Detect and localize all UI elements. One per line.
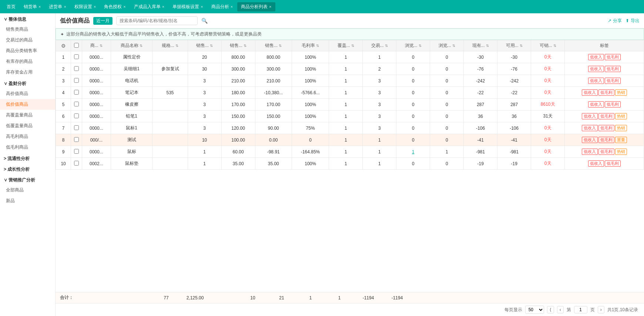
row-browse1[interactable]: 0 [396, 134, 430, 146]
sidebar-group-circulation[interactable]: > 流通性分析 [0, 153, 55, 163]
row-checkbox[interactable] [74, 90, 79, 95]
sidebar-item-new-products[interactable]: 新品 [0, 196, 55, 206]
browse-link[interactable]: 1 [412, 149, 415, 154]
row-checkbox[interactable] [74, 78, 79, 83]
row-checkbox[interactable] [74, 149, 79, 154]
nav-product-stock[interactable]: 产成品入库单 × [130, 2, 168, 11]
nav-purchase-order[interactable]: 进货单 × [45, 2, 70, 11]
period-tag[interactable]: 近一月 [93, 17, 113, 25]
row-browse1[interactable]: 0 [396, 63, 430, 75]
row-checkbox-cell[interactable] [71, 111, 82, 122]
th-sellable[interactable]: 可销... ⇅ [531, 40, 565, 51]
nav-sales-order[interactable]: 销货单 × [20, 2, 44, 11]
row-checkbox-cell[interactable] [71, 122, 82, 134]
sidebar-group-marketing[interactable]: ∨ 营销推广分析 [0, 174, 55, 185]
share-button[interactable]: ↗ 分享 [608, 18, 622, 24]
row-browse1[interactable]: 1 [396, 146, 430, 158]
close-purchase-order[interactable]: × [64, 4, 66, 9]
close-template[interactable]: × [201, 4, 203, 9]
page-input[interactable] [574, 306, 587, 313]
nav-home[interactable]: 首页 [3, 2, 19, 11]
row-checkbox[interactable] [74, 161, 79, 166]
row-checkbox-cell[interactable] [71, 63, 82, 75]
th-col2[interactable]: 销售... ⇅ [221, 40, 255, 51]
export-button[interactable]: ⬆ 导出 [625, 18, 640, 24]
row-browse1[interactable]: 0 [396, 111, 430, 122]
row-browse1[interactable]: 0 [396, 99, 430, 111]
th-col3[interactable]: 销售... ⇅ [255, 40, 292, 51]
row-browse1[interactable]: 0 [396, 75, 430, 87]
th-spec[interactable]: 规格... ⇅ [152, 40, 188, 51]
row-checkbox-cell[interactable] [71, 87, 82, 99]
th-margin[interactable]: 毛利率 ⇅ [292, 40, 329, 51]
th-settings[interactable]: ⚙ [56, 40, 71, 51]
row-checkbox[interactable] [74, 54, 79, 59]
th-col1[interactable]: 销售... ⇅ [188, 40, 221, 51]
sidebar-item-low-margin[interactable]: 低毛利商品 [0, 142, 55, 153]
th-code[interactable]: 商... ⇅ [82, 40, 111, 51]
first-page-button[interactable]: ⟨ [547, 306, 554, 313]
sidebar-item-inventory-funds[interactable]: 库存资金占用 [0, 67, 55, 78]
sidebar-item-category-sales[interactable]: 商品分类销售率 [0, 45, 55, 56]
sidebar-item-high-value[interactable]: 高价值商品 [0, 88, 55, 99]
nav-role-auth[interactable]: 角色授权 × [100, 2, 129, 11]
sidebar-group-financial[interactable]: ∨ 盈财分析 [0, 78, 55, 88]
th-name[interactable]: 商品名称 ⇅ [111, 40, 152, 51]
sidebar-group-overview[interactable]: ∨ 整体信息 [0, 13, 55, 24]
close-product-analysis[interactable]: × [231, 4, 233, 9]
table-wrapper[interactable]: ⚙ 商... ⇅ 商品名称 ⇅ 规格... ⇅ 销售... ⇅ 销售... ⇅ … [56, 40, 644, 292]
next-page-button[interactable]: › [598, 306, 604, 313]
search-icon[interactable]: 🔍 [201, 18, 208, 24]
row-checkbox-cell[interactable] [71, 158, 82, 170]
close-sales-order[interactable]: × [38, 4, 41, 9]
sidebar-item-high-coverage[interactable]: 高覆盖量商品 [0, 110, 55, 120]
row-browse1[interactable]: 0 [396, 51, 430, 63]
sidebar-item-traded-products[interactable]: 交易过的商品 [0, 35, 55, 45]
row-browse1[interactable]: 0 [396, 158, 430, 170]
close-product-analysis-list[interactable]: × [269, 4, 271, 9]
th-browse2[interactable]: 浏览... ⇅ [430, 40, 464, 51]
sidebar-group-growth[interactable]: > 成长性分析 [0, 163, 55, 174]
settings-icon[interactable]: ⚙ [61, 43, 66, 49]
th-available[interactable]: 可用... ⇅ [497, 40, 531, 51]
search-input[interactable] [116, 16, 198, 25]
row-checkbox-cell[interactable] [71, 146, 82, 158]
content-header: 低价值商品 近一月 🔍 ↗ 分享 ⬆ 导出 [56, 13, 644, 28]
sidebar-item-stocked-products[interactable]: 有库存的商品 [0, 56, 55, 67]
sidebar-item-high-margin[interactable]: 高毛利商品 [0, 131, 55, 142]
close-permission[interactable]: × [94, 4, 96, 9]
nav-permission[interactable]: 权限设置 × [71, 2, 100, 11]
row-checkbox[interactable] [74, 125, 79, 130]
sidebar-item-sales-products[interactable]: 销售类商品 [0, 24, 55, 35]
sidebar-item-low-coverage[interactable]: 低覆盖量商品 [0, 120, 55, 131]
row-checkbox[interactable] [74, 137, 79, 142]
nav-product-analysis-list[interactable]: 商品分析列表 × [237, 2, 275, 11]
row-checkbox-cell[interactable] [71, 51, 82, 63]
th-tags[interactable]: 标签 [565, 40, 644, 51]
th-stock[interactable]: 现有... ⇅ [464, 40, 497, 51]
row-checkbox-cell[interactable] [71, 134, 82, 146]
row-browse1[interactable]: 0 [396, 87, 430, 99]
row-browse1[interactable]: 0 [396, 122, 430, 134]
row-checkbox[interactable] [74, 66, 79, 71]
th-coverage[interactable]: 覆盖... ⇅ [329, 40, 363, 51]
sidebar-item-all-products[interactable]: 全部商品 [0, 185, 55, 196]
th-browse1[interactable]: 浏览... ⇅ [396, 40, 430, 51]
prev-page-button[interactable]: ‹ [557, 306, 564, 313]
close-role-auth[interactable]: × [123, 4, 125, 9]
th-checkbox[interactable] [71, 40, 82, 51]
sidebar-item-low-value[interactable]: 低价值商品 [0, 99, 55, 110]
page-size-select[interactable]: 50 100 200 [525, 306, 544, 314]
row-checkbox[interactable] [74, 102, 79, 106]
row-checkbox-cell[interactable] [71, 75, 82, 87]
header-actions: ↗ 分享 ⬆ 导出 [608, 18, 640, 24]
close-product-stock[interactable]: × [162, 4, 164, 9]
row-checkbox[interactable] [74, 113, 79, 118]
select-all-checkbox[interactable] [74, 43, 79, 48]
row-checkbox-cell[interactable] [71, 99, 82, 111]
page-size-label: 每页显示 [504, 307, 522, 313]
th-trade[interactable]: 交易... ⇅ [363, 40, 396, 51]
nav-template[interactable]: 单据模板设置 × [169, 2, 207, 11]
row-tags: 低收入低毛利置量 [565, 134, 644, 146]
nav-product-analysis[interactable]: 商品分析 × [208, 2, 237, 11]
